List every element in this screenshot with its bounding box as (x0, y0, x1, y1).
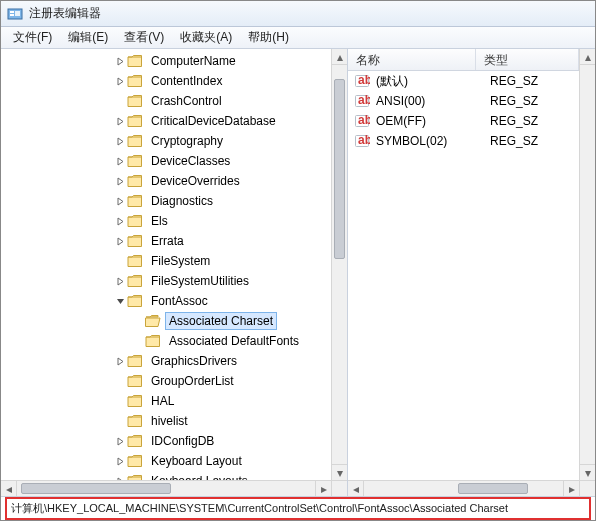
scroll-up-icon[interactable]: ▴ (332, 49, 347, 65)
tree-item[interactable]: CrashControl (1, 91, 331, 111)
string-value-icon: ab (354, 133, 370, 149)
tree-item-label: IDConfigDB (147, 432, 218, 450)
expander-icon[interactable] (113, 114, 127, 128)
expander-icon[interactable] (113, 154, 127, 168)
expander-icon (131, 334, 145, 348)
value-name: SYMBOL(02) (376, 134, 490, 148)
expander-icon[interactable] (113, 234, 127, 248)
list-row[interactable]: abANSI(00)REG_SZ (348, 91, 579, 111)
scroll-down-icon[interactable]: ▾ (580, 464, 595, 480)
tree-item[interactable]: Keyboard Layouts (1, 471, 331, 480)
tree-item[interactable]: GroupOrderList (1, 371, 331, 391)
tree-item[interactable]: hivelist (1, 411, 331, 431)
scroll-left-icon[interactable]: ◂ (1, 481, 17, 496)
expander-icon[interactable] (113, 54, 127, 68)
scroll-down-icon[interactable]: ▾ (332, 464, 347, 480)
tree-item[interactable]: IDConfigDB (1, 431, 331, 451)
expander-icon[interactable] (113, 74, 127, 88)
tree-item[interactable]: FontAssoc (1, 291, 331, 311)
work-area: ComputerNameContentIndexCrashControlCrit… (1, 49, 595, 496)
expander-icon[interactable] (113, 194, 127, 208)
folder-icon (127, 374, 143, 388)
expander-icon[interactable] (113, 214, 127, 228)
tree-item-label: DeviceOverrides (147, 172, 244, 190)
value-name: OEM(FF) (376, 114, 490, 128)
tree-item[interactable]: DeviceClasses (1, 151, 331, 171)
expander-icon[interactable] (113, 174, 127, 188)
folder-icon (127, 414, 143, 428)
value-type: REG_SZ (490, 94, 579, 108)
scroll-corner (331, 480, 347, 496)
folder-icon (127, 394, 143, 408)
list-row[interactable]: abOEM(FF)REG_SZ (348, 111, 579, 131)
expander-icon[interactable] (113, 454, 127, 468)
expander-icon[interactable] (113, 354, 127, 368)
folder-icon (127, 214, 143, 228)
svg-text:ab: ab (358, 113, 370, 127)
scroll-left-icon[interactable]: ◂ (348, 481, 364, 496)
svg-text:ab: ab (358, 73, 370, 87)
tree-item-label: Els (147, 212, 172, 230)
list-vertical-scrollbar[interactable]: ▴ ▾ (579, 49, 595, 480)
folder-icon (127, 54, 143, 68)
tree-item[interactable]: FileSystem (1, 251, 331, 271)
tree-item[interactable]: GraphicsDrivers (1, 351, 331, 371)
folder-icon (127, 354, 143, 368)
column-header-name[interactable]: 名称 (348, 49, 476, 70)
scroll-up-icon[interactable]: ▴ (580, 49, 595, 65)
tree-item[interactable]: ComputerName (1, 51, 331, 71)
tree-item-label: CrashControl (147, 92, 226, 110)
expander-icon[interactable] (113, 274, 127, 288)
list-horizontal-scrollbar[interactable]: ◂ ▸ (348, 480, 579, 496)
menu-view[interactable]: 查看(V) (116, 27, 172, 48)
folder-icon (127, 454, 143, 468)
list-row[interactable]: abSYMBOL(02)REG_SZ (348, 131, 579, 151)
tree-item[interactable]: CriticalDeviceDatabase (1, 111, 331, 131)
title-bar: 注册表编辑器 (1, 1, 595, 27)
tree-item[interactable]: Associated DefaultFonts (1, 331, 331, 351)
scroll-thumb[interactable] (458, 483, 528, 494)
list-row[interactable]: ab(默认)REG_SZ (348, 71, 579, 91)
menu-file[interactable]: 文件(F) (5, 27, 60, 48)
tree-vertical-scrollbar[interactable]: ▴ ▾ (331, 49, 347, 480)
column-header-type[interactable]: 类型 (476, 49, 579, 70)
tree-item[interactable]: Associated Charset (1, 311, 331, 331)
value-type: REG_SZ (490, 134, 579, 148)
tree-item-label: ComputerName (147, 52, 240, 70)
tree-horizontal-scrollbar[interactable]: ◂ ▸ (1, 480, 331, 496)
scroll-right-icon[interactable]: ▸ (315, 481, 331, 496)
menu-edit[interactable]: 编辑(E) (60, 27, 116, 48)
expander-icon[interactable] (113, 134, 127, 148)
folder-icon (127, 294, 143, 308)
tree-item-label: hivelist (147, 412, 192, 430)
tree-item[interactable]: HAL (1, 391, 331, 411)
svg-text:ab: ab (358, 133, 370, 147)
tree-item-label: Cryptography (147, 132, 227, 150)
tree-item-label: ContentIndex (147, 72, 226, 90)
registry-tree[interactable]: ComputerNameContentIndexCrashControlCrit… (1, 49, 331, 480)
expander-icon[interactable] (113, 294, 127, 308)
scroll-right-icon[interactable]: ▸ (563, 481, 579, 496)
expander-icon[interactable] (113, 434, 127, 448)
folder-icon (127, 134, 143, 148)
folder-icon (127, 434, 143, 448)
scroll-thumb[interactable] (334, 79, 345, 259)
values-list[interactable]: ab(默认)REG_SZabANSI(00)REG_SZabOEM(FF)REG… (348, 71, 579, 151)
tree-item[interactable]: FileSystemUtilities (1, 271, 331, 291)
svg-rect-2 (10, 14, 14, 16)
folder-icon (145, 334, 161, 348)
tree-item[interactable]: Keyboard Layout (1, 451, 331, 471)
tree-item[interactable]: Els (1, 211, 331, 231)
tree-item[interactable]: Errata (1, 231, 331, 251)
status-path: 计算机\HKEY_LOCAL_MACHINE\SYSTEM\CurrentCon… (5, 497, 591, 520)
menu-favorites[interactable]: 收藏夹(A) (172, 27, 240, 48)
tree-item[interactable]: DeviceOverrides (1, 171, 331, 191)
tree-item[interactable]: ContentIndex (1, 71, 331, 91)
tree-item[interactable]: Cryptography (1, 131, 331, 151)
menu-help[interactable]: 帮助(H) (240, 27, 297, 48)
tree-item[interactable]: Diagnostics (1, 191, 331, 211)
folder-icon (127, 114, 143, 128)
folder-icon (127, 74, 143, 88)
scroll-thumb[interactable] (21, 483, 171, 494)
tree-item-label: Associated Charset (165, 312, 277, 330)
